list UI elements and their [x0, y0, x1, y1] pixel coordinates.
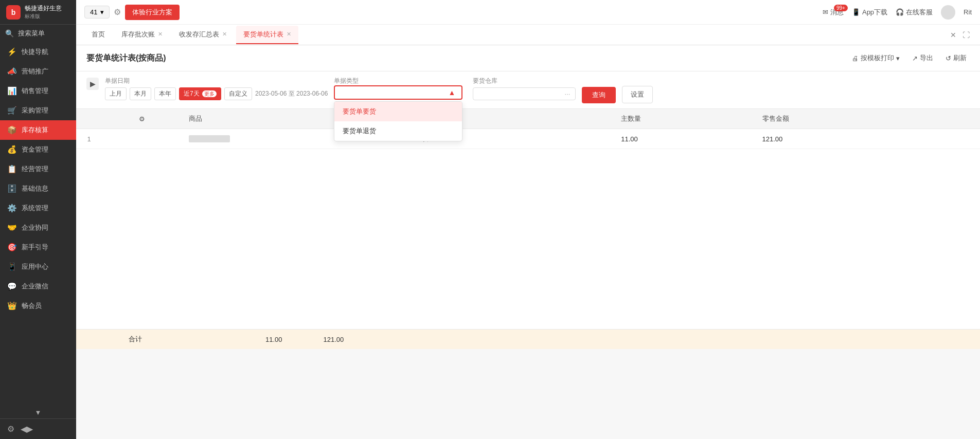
- sidebar-scroll-down[interactable]: ▼: [0, 407, 76, 418]
- sidebar-item-sales[interactable]: 📊 销售管理: [0, 81, 76, 101]
- logo-line1: 畅捷通好生意: [25, 5, 62, 13]
- tab-close-all-icon[interactable]: ✕: [948, 30, 958, 40]
- tab-inventory-batch-close[interactable]: ✕: [158, 31, 163, 38]
- date-btn-this-year[interactable]: 本年: [154, 87, 176, 100]
- sidebar-item-inventory[interactable]: 📦 库存核算: [0, 120, 76, 140]
- chevron-down-icon: ▾: [100, 8, 104, 16]
- cell-extra: [926, 129, 980, 149]
- print-icon: 🖨: [852, 54, 859, 62]
- type-filter-wrapper: 单据类型 ▲ 要货单要货 要货单退货: [334, 77, 462, 100]
- sidebar-item-label: 系统管理: [22, 204, 48, 213]
- tabs-controls: ✕ ⛶: [948, 30, 972, 40]
- tab-home-label: 首页: [92, 30, 105, 39]
- sidebar-search-item[interactable]: 🔍 搜索菜单: [0, 25, 76, 42]
- date-btn-7days[interactable]: 近7天 更多: [179, 87, 221, 100]
- sidebar-item-system[interactable]: ⚙️ 系统管理: [0, 198, 76, 218]
- sidebar-item-label: 经营管理: [22, 164, 48, 174]
- filter-bar: ▶ 单据日期 上月 本月 本年 近7天 更多 自定义 2023-05-06 至 …: [76, 71, 980, 109]
- tab-inventory-batch[interactable]: 库存批次账 ✕: [114, 26, 170, 44]
- sidebar-item-label: 企业微信: [22, 282, 48, 291]
- tab-receive-summary-label: 收发存汇总表: [179, 30, 219, 39]
- tab-inventory-batch-label: 库存批次账: [121, 30, 155, 39]
- sidebar: b 畅捷通好生意 标准版 🔍 搜索菜单 ⚡ 快捷导航 📣 营销推广 📊 销售管理…: [0, 0, 76, 439]
- messages-item[interactable]: ✉ 消息 99+: [823, 8, 844, 17]
- sidebar-item-quick-nav[interactable]: ⚡ 快捷导航: [0, 42, 76, 62]
- print-template-button[interactable]: 🖨 按模板打印 ▾: [849, 51, 903, 65]
- sidebar-item-label: 资金管理: [22, 145, 48, 154]
- date-btn-custom[interactable]: 自定义: [224, 87, 252, 100]
- tab-requisition-stats-label: 要货单统计表: [243, 30, 283, 39]
- tab-receive-summary-close[interactable]: ✕: [222, 31, 227, 38]
- operation-icon: 📋: [7, 164, 16, 174]
- sidebar-item-wechat[interactable]: 💬 企业微信: [0, 277, 76, 296]
- page-title: 要货单统计表(按商品): [86, 53, 166, 64]
- footer-quantity: 11.00: [265, 336, 282, 343]
- sidebar-item-operation[interactable]: 📋 经营管理: [0, 159, 76, 179]
- sidebar-footer: ⚙ ◀▶: [0, 418, 76, 439]
- col-quantity: 主数量: [615, 109, 756, 129]
- sidebar-item-label: 企业协同: [22, 223, 48, 232]
- col-settings[interactable]: ⚙: [102, 109, 183, 129]
- trial-button[interactable]: 体验行业方案: [125, 5, 180, 20]
- sidebar-item-label: 库存核算: [22, 125, 48, 135]
- sidebar-item-guide[interactable]: 🎯 新手引导: [0, 237, 76, 257]
- dropdown-item-requisition-return[interactable]: 要货单退货: [334, 121, 462, 141]
- tab-expand-icon[interactable]: ⛶: [960, 30, 972, 40]
- filter-expand-button[interactable]: ▶: [86, 78, 99, 90]
- messages-icon: ✉: [823, 8, 828, 16]
- empty-area: [76, 149, 980, 329]
- tab-home[interactable]: 首页: [84, 26, 112, 44]
- user-name: Rit: [964, 8, 972, 16]
- logo-icon: b: [6, 5, 21, 20]
- collapse-icon[interactable]: ◀▶: [21, 424, 33, 434]
- sidebar-item-marketing[interactable]: 📣 营销推广: [0, 62, 76, 81]
- topbar-settings-icon[interactable]: ⚙: [114, 7, 121, 17]
- settings-footer-icon[interactable]: ⚙: [7, 424, 14, 434]
- headset-icon: 🎧: [896, 8, 904, 16]
- set-button[interactable]: 设置: [622, 86, 653, 103]
- online-service-item[interactable]: 🎧 在线客服: [896, 8, 933, 17]
- date-btn-last-month[interactable]: 上月: [105, 87, 127, 100]
- tab-requisition-stats-close[interactable]: ✕: [287, 31, 291, 38]
- sidebar-item-basic[interactable]: 🗄️ 基础信息: [0, 179, 76, 198]
- type-filter-chevron-up[interactable]: ▲: [447, 88, 458, 97]
- sidebar-item-finance[interactable]: 💰 资金管理: [0, 140, 76, 159]
- app-download-label: App下载: [862, 8, 887, 17]
- phone-icon: 📱: [852, 8, 860, 16]
- type-filter-text-input[interactable]: [339, 89, 446, 97]
- sidebar-item-coop[interactable]: 🤝 企业协同: [0, 218, 76, 237]
- messages-badge: 99+: [834, 5, 848, 11]
- date-range-text: 2023-05-06 至 2023-06-06: [255, 89, 328, 98]
- sidebar-item-app-center[interactable]: 📱 应用中心: [0, 257, 76, 277]
- tab-requisition-stats[interactable]: 要货单统计表 ✕: [236, 26, 298, 44]
- tab-receive-summary[interactable]: 收发存汇总表 ✕: [172, 26, 234, 44]
- app-center-icon: 📱: [7, 262, 16, 271]
- cell-quantity: 11.00: [615, 129, 756, 149]
- member-icon: 👑: [7, 301, 16, 310]
- user-avatar[interactable]: [941, 5, 955, 20]
- store-selector[interactable]: 41 ▾: [84, 6, 110, 19]
- query-button[interactable]: 查询: [582, 87, 616, 103]
- sidebar-search-label: 搜索菜单: [18, 29, 45, 38]
- purchase-icon: 🛒: [7, 106, 16, 115]
- sidebar-item-member[interactable]: 👑 畅会员: [0, 296, 76, 316]
- warehouse-more-icon: ···: [565, 90, 571, 98]
- refresh-button[interactable]: ↺ 刷新: [942, 51, 970, 65]
- export-button[interactable]: ↗ 导出: [909, 51, 936, 65]
- topbar-left: 41 ▾ ⚙ 体验行业方案: [84, 5, 180, 20]
- date-btn-this-month[interactable]: 本月: [130, 87, 151, 100]
- sidebar-item-purchase[interactable]: 🛒 采购管理: [0, 101, 76, 120]
- sidebar-nav: ⚡ 快捷导航 📣 营销推广 📊 销售管理 🛒 采购管理 📦 库存核算 💰 资金管…: [0, 42, 76, 407]
- table-row: 1 块 11.00 121.00: [76, 129, 980, 149]
- app-download-item[interactable]: 📱 App下载: [852, 8, 887, 17]
- page-content: 要货单统计表(按商品) 🖨 按模板打印 ▾ ↗ 导出 ↺ 刷新 ▶: [76, 45, 980, 439]
- dropdown-item-requisition-order[interactable]: 要货单要货: [334, 102, 462, 121]
- system-icon: ⚙️: [7, 204, 16, 213]
- date-filter-group: 单据日期 上月 本月 本年 近7天 更多 自定义 2023-05-06 至 20…: [105, 77, 328, 100]
- type-dropdown-menu: 要货单要货 要货单退货: [334, 101, 462, 141]
- type-filter-input[interactable]: ▲: [334, 85, 462, 100]
- topbar-right: ✉ 消息 99+ 📱 App下载 🎧 在线客服 Rit: [823, 5, 972, 20]
- sales-icon: 📊: [7, 86, 16, 96]
- warehouse-filter-input[interactable]: ···: [473, 87, 576, 100]
- col-index: [76, 109, 102, 129]
